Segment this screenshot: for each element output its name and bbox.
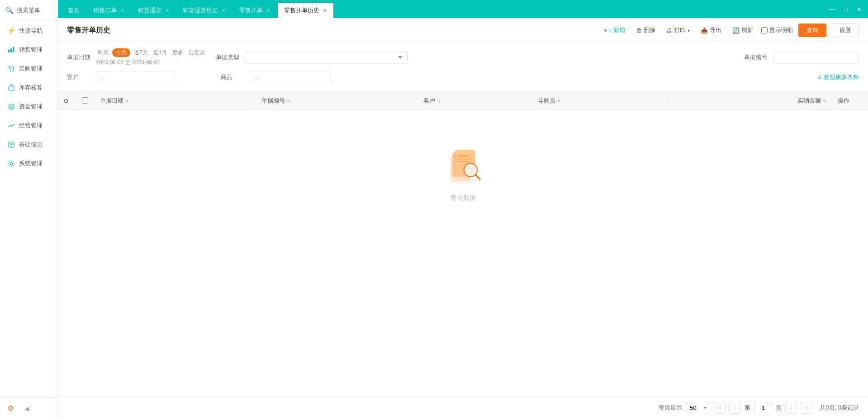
display-detail-checkbox[interactable] [761, 27, 768, 33]
tab-sales-return-history[interactable]: 销货退货历史 ✕ [176, 3, 232, 18]
quick-nav-icon: ⚡ [7, 27, 15, 35]
svg-rect-14 [457, 155, 468, 156]
svg-point-6 [9, 104, 14, 109]
sales-mgmt-icon [7, 46, 15, 54]
first-page-btn[interactable]: ⟨⟨ [714, 402, 726, 414]
th-doc-no[interactable]: 单据编号 ⇅ [256, 92, 418, 110]
tab-bar: 首页 销售订单 ✕ 销货退货 ✕ 销货退货历史 ✕ 零售开单 ✕ 零售开单历史 … [58, 0, 868, 18]
th-guide[interactable]: 导购员 ⇅ [532, 92, 670, 110]
sidebar-item-finance[interactable]: 资金管理 [0, 97, 57, 116]
date-opt-more[interactable]: 更多 [171, 48, 185, 57]
toolbar: ＋ + 新增 🗑 删除 🖨 打印 ▾ 📤 导出 🔄 [600, 24, 859, 37]
print-button[interactable]: 🖨 打印 ▾ [664, 24, 693, 36]
date-opt-custom[interactable]: 自定义 [187, 48, 207, 57]
date-opt-last1month[interactable]: 近1月 [152, 48, 169, 57]
tab-close-sales-return[interactable]: ✕ [165, 8, 169, 14]
next-page-btn[interactable]: ⟩ [785, 402, 797, 414]
export-button[interactable]: 📤 导出 [698, 24, 724, 36]
query-button[interactable]: 查询 [798, 24, 826, 37]
tab-close-sales-return-history[interactable]: ✕ [222, 8, 226, 14]
table-area: ⚙ 单据日期 ⇅ 单据编号 [58, 92, 868, 396]
customer-label: 客户 [67, 73, 92, 81]
tab-close-retail-open[interactable]: ✕ [266, 8, 270, 14]
total-info: 共0页, 0条记录 [820, 404, 859, 412]
close-btn[interactable]: ✕ [854, 6, 864, 13]
customer-placeholder: … [100, 74, 173, 80]
sort-icon-customer: ⇅ [437, 99, 441, 104]
sort-icon-actual-amount: ⇅ [823, 99, 826, 104]
display-detail-toggle[interactable]: 显示明细 [761, 26, 793, 34]
data-table: ⚙ 单据日期 ⇅ 单据编号 [58, 92, 868, 110]
tab-close-sales-order[interactable]: ✕ [120, 8, 124, 14]
collapse-arrow-icon: ∧ [817, 74, 822, 80]
select-all-checkbox[interactable] [82, 97, 88, 104]
th-checkbox [76, 92, 94, 110]
page-number-input[interactable] [754, 403, 772, 413]
add-icon: ＋ [602, 26, 608, 34]
prev-page-btn[interactable]: ⟨ [729, 402, 741, 414]
tab-sales-order[interactable]: 销售订单 ✕ [87, 3, 131, 18]
product-placeholder: … [254, 74, 327, 80]
delete-button[interactable]: 🗑 删除 [633, 24, 658, 36]
tab-sales-return[interactable]: 销货退货 ✕ [132, 3, 175, 18]
customer-input-wrapper[interactable]: … [96, 71, 177, 83]
collapse-icon[interactable]: ◀ [24, 405, 29, 412]
svg-rect-5 [9, 87, 14, 90]
refresh-button[interactable]: 🔄 刷新 [730, 24, 756, 36]
filter-customer-field: 客户 … [67, 71, 194, 83]
date-opt-last7[interactable]: 近7天 [132, 48, 150, 57]
empty-state-text: 暂无数据 [451, 194, 476, 202]
doc-type-select[interactable] [245, 52, 408, 64]
date-opt-yesterday[interactable]: 昨天 [96, 48, 110, 57]
tab-retail-open-history[interactable]: 零售开单历史 ✕ [278, 3, 333, 18]
empty-state: 暂无数据 [58, 110, 868, 238]
svg-rect-1 [10, 48, 12, 52]
th-actual-amount[interactable]: 实销金额 ⇅ [670, 92, 832, 110]
th-settings[interactable]: ⚙ [58, 92, 76, 110]
th-doc-date[interactable]: 单据日期 ⇅ [94, 92, 256, 110]
filter-row-1: 单据日期 昨天 今天 近7天 近1月 更多 自定义 2023-06-02 至 2… [67, 48, 859, 66]
date-range-display: 2023-06-02 至 2023-06-02 [96, 59, 207, 66]
product-input-wrapper[interactable]: … [250, 71, 331, 83]
print-icon: 🖨 [666, 27, 672, 34]
filter-collapse-area: ∧ 收起更多条件 [817, 73, 859, 81]
sidebar: 🔍 搜索菜单 ⚡ 快捷导航 销售管理 采购管理 库存核算 资金管理 经营管理 [0, 0, 58, 419]
sort-icon-doc-no: ⇅ [287, 99, 290, 104]
sidebar-item-label: 库存核算 [19, 84, 43, 92]
doc-no-input[interactable] [773, 52, 859, 64]
sidebar-item-basic-info[interactable]: 基础信息 [0, 135, 57, 154]
sidebar-search-label: 搜索菜单 [17, 6, 40, 14]
sort-icon-doc-date: ⇅ [125, 99, 129, 104]
th-customer[interactable]: 客户 ⇅ [417, 92, 532, 110]
sidebar-item-quick-nav[interactable]: ⚡ 快捷导航 [0, 21, 57, 40]
sidebar-item-label: 基础信息 [19, 141, 43, 149]
system-icon [7, 160, 15, 168]
setting-button[interactable]: 设置 [832, 24, 859, 37]
tab-retail-open[interactable]: 零售开单 ✕ [233, 3, 277, 18]
tab-close-retail-open-history[interactable]: ✕ [323, 8, 327, 14]
sidebar-item-purchase-mgmt[interactable]: 采购管理 [0, 59, 57, 78]
minimize-btn[interactable]: — [826, 6, 838, 13]
page-size-select[interactable]: 10 20 50 100 [686, 403, 710, 413]
sidebar-item-system[interactable]: 系统管理 [0, 154, 57, 173]
add-button[interactable]: ＋ + 新增 [600, 24, 628, 36]
date-opt-today[interactable]: 今天 [112, 48, 130, 57]
sidebar-item-label: 采购管理 [19, 65, 43, 73]
main-area: 首页 销售订单 ✕ 销货退货 ✕ 销货退货历史 ✕ 零售开单 ✕ 零售开单历史 … [58, 0, 868, 419]
filter-area: 单据日期 昨天 今天 近7天 近1月 更多 自定义 2023-06-02 至 2… [58, 42, 868, 92]
sidebar-item-sales-mgmt[interactable]: 销售管理 [0, 40, 57, 59]
settings-gear-icon[interactable]: ⚙ [63, 98, 69, 104]
maximize-btn[interactable]: □ [841, 6, 850, 13]
sidebar-item-operations[interactable]: 经营管理 [0, 116, 57, 135]
svg-line-19 [475, 175, 480, 179]
sidebar-search-btn[interactable]: 🔍 搜索菜单 [0, 0, 57, 21]
svg-rect-15 [457, 159, 471, 160]
tab-home[interactable]: 首页 [62, 3, 86, 18]
collapse-more-btn[interactable]: ∧ 收起更多条件 [817, 73, 859, 81]
sidebar-item-inventory[interactable]: 库存核算 [0, 78, 57, 97]
sidebar-item-label: 经营管理 [19, 122, 43, 130]
settings-bottom-icon[interactable]: ⚙ [7, 404, 14, 413]
last-page-btn[interactable]: ⟩⟩ [801, 402, 812, 414]
svg-point-3 [10, 71, 11, 72]
search-icon: 🔍 [5, 6, 14, 14]
